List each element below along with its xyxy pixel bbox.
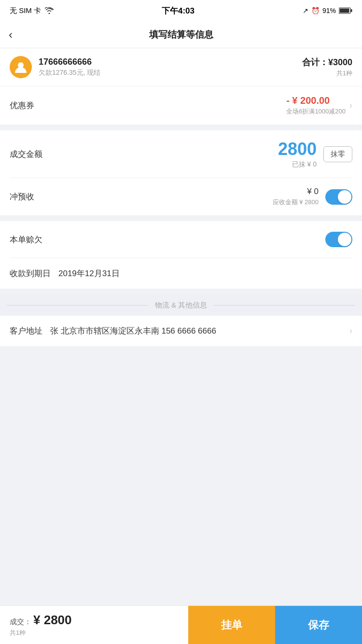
- status-right: ↗ ⏰ 91%: [303, 7, 352, 14]
- divider-line-left: [7, 305, 148, 306]
- svg-rect-1: [350, 9, 352, 12]
- precollect-right: ¥ 0 应收金额 ¥ 2800: [273, 187, 352, 207]
- coupon-row[interactable]: 优惠券 - ¥ 200.00 全场6折满1000减200 ›: [0, 86, 362, 125]
- address-label: 客户地址: [10, 325, 42, 336]
- precollect-info: ¥ 0 应收金额 ¥ 2800: [273, 187, 319, 207]
- address-chevron: ›: [349, 326, 352, 336]
- divider-text: 物流 & 其他信息: [155, 301, 207, 310]
- status-bar: 无 SIM 卡 下午4:03 ↗ ⏰ 91%: [0, 0, 362, 21]
- coupon-info: - ¥ 200.00 全场6折满1000减200: [286, 95, 346, 116]
- customer-phone: 17666666666: [39, 57, 100, 67]
- location-icon: ↗: [303, 7, 308, 14]
- deal-section: 成交金额 2800 已抹 ¥ 0 抹零 冲预收 ¥ 0 应收金额 ¥ 2800: [0, 130, 362, 215]
- deal-sub: 已抹 ¥ 0: [278, 160, 317, 169]
- back-button[interactable]: ‹: [9, 28, 13, 42]
- address-row[interactable]: 客户地址 张 北京市市辖区海淀区永丰南 156 6666 6666 ›: [10, 316, 352, 346]
- empty-space: [0, 352, 362, 410]
- carrier-text: 无 SIM 卡: [10, 6, 41, 15]
- precollect-toggle[interactable]: [325, 189, 352, 205]
- bottom-bar: 成交： ¥ 2800 共1种 挂单 保存: [0, 605, 362, 644]
- total-count: 共1种: [302, 69, 352, 78]
- nav-bar: ‹ 填写结算等信息: [0, 21, 362, 48]
- deal-right: 2800 已抹 ¥ 0 抹零: [278, 139, 352, 169]
- address-value: 张 北京市市辖区海淀区永丰南 156 6666 6666: [50, 325, 349, 336]
- save-button[interactable]: 保存: [275, 606, 362, 644]
- precollect-amount: ¥ 0: [273, 187, 319, 196]
- customer-info: 17666666666 欠款1276.35元, 现结: [39, 57, 100, 77]
- duedate-value: 2019年12月31日: [58, 268, 120, 279]
- battery-text: 91%: [322, 7, 336, 14]
- battery-icon: [339, 7, 352, 14]
- divider-line-right: [214, 305, 355, 306]
- deal-row: 成交金额 2800 已抹 ¥ 0 抹零: [10, 130, 352, 178]
- status-time: 下午4:03: [162, 5, 195, 16]
- hang-button[interactable]: 挂单: [188, 606, 275, 644]
- credit-label: 本单赊欠: [10, 234, 42, 245]
- customer-right: 合计：¥3000 共1种: [302, 56, 352, 78]
- coupon-label: 优惠券: [10, 100, 34, 111]
- bottom-summary: 成交： ¥ 2800 共1种: [0, 613, 188, 637]
- duedate-label: 收款到期日: [10, 268, 51, 279]
- avatar: [10, 56, 32, 78]
- bottom-deal-row: 成交： ¥ 2800: [10, 613, 179, 628]
- deal-label: 成交金额: [10, 149, 42, 160]
- bottom-deal-label: 成交：: [10, 617, 31, 627]
- coupon-chevron: ›: [349, 100, 352, 111]
- credit-row: 本单赊欠: [10, 221, 352, 258]
- bottom-count: 共1种: [10, 629, 179, 637]
- status-left: 无 SIM 卡: [10, 6, 54, 15]
- customer-sub: 欠款1276.35元, 现结: [39, 69, 100, 77]
- customer-left: 17666666666 欠款1276.35元, 现结: [10, 56, 100, 78]
- precollect-label: 冲预收: [10, 191, 34, 202]
- divider-section: 物流 & 其他信息: [0, 294, 362, 316]
- page-title: 填写结算等信息: [149, 28, 213, 41]
- coupon-amount: - ¥ 200.00: [286, 95, 346, 106]
- back-icon: ‹: [9, 28, 13, 42]
- customer-row: 17666666666 欠款1276.35元, 现结 合计：¥3000 共1种: [0, 48, 362, 86]
- precollect-row: 冲预收 ¥ 0 应收金额 ¥ 2800: [10, 178, 352, 215]
- coupon-desc: 全场6折满1000减200: [286, 107, 346, 116]
- round-zero-button[interactable]: 抹零: [323, 146, 352, 162]
- deal-amount-wrapper: 2800 已抹 ¥ 0: [278, 139, 317, 169]
- deal-amount: 2800: [278, 139, 317, 159]
- credit-section: 本单赊欠 收款到期日 2019年12月31日: [0, 221, 362, 289]
- coupon-right: - ¥ 200.00 全场6折满1000减200 ›: [286, 95, 352, 116]
- wifi-icon: [45, 7, 54, 14]
- total-value: 合计：¥3000: [302, 56, 352, 68]
- precollect-sub: 应收金额 ¥ 2800: [273, 198, 319, 207]
- svg-rect-2: [339, 9, 349, 13]
- customer-section: 17666666666 欠款1276.35元, 现结 合计：¥3000 共1种 …: [0, 48, 362, 125]
- alarm-icon: ⏰: [311, 7, 320, 14]
- credit-toggle[interactable]: [325, 232, 352, 247]
- address-section: 客户地址 张 北京市市辖区海淀区永丰南 156 6666 6666 ›: [0, 316, 362, 346]
- bottom-amount: ¥ 2800: [33, 613, 72, 628]
- duedate-row: 收款到期日 2019年12月31日: [10, 258, 352, 289]
